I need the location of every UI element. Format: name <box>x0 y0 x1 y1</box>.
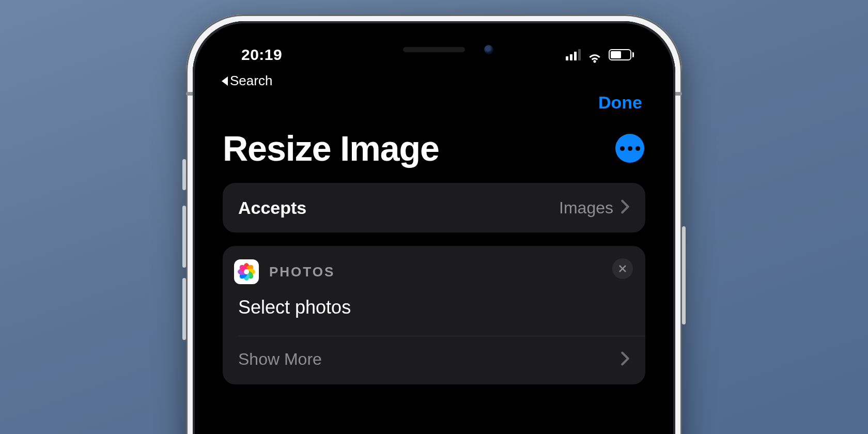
chevron-right-icon <box>621 351 630 368</box>
show-more-label: Show More <box>238 350 322 369</box>
action-block-select-photos: PHOTOS Select photos Show More <box>223 246 645 384</box>
antenna-band <box>186 92 193 96</box>
chevron-right-icon <box>621 199 630 216</box>
show-more-row[interactable]: Show More <box>223 336 645 384</box>
power-button <box>682 226 686 324</box>
remove-action-button[interactable] <box>612 258 633 279</box>
page-title: Resize Image <box>223 128 439 168</box>
accepts-row[interactable]: Accepts Images <box>223 183 645 233</box>
phone-bezel: 20:19 Search <box>193 21 675 434</box>
accepts-label: Accepts <box>238 198 306 218</box>
screen: 20:19 Search <box>205 34 663 434</box>
action-title[interactable]: Select photos <box>223 287 645 336</box>
speaker-grille <box>403 47 465 52</box>
back-to-app-button[interactable]: Search <box>222 73 272 89</box>
accepts-value: Images <box>559 198 613 218</box>
volume-down-button <box>182 278 186 340</box>
volume-up-button <box>182 206 186 268</box>
phone-frame: 20:19 Search <box>186 14 682 434</box>
close-icon <box>617 264 628 274</box>
wifi-icon <box>587 49 602 60</box>
front-camera <box>484 45 493 54</box>
action-app-label: PHOTOS <box>269 264 335 280</box>
photos-app-icon <box>234 259 259 284</box>
antenna-band <box>675 92 682 96</box>
status-time: 20:19 <box>241 46 282 64</box>
cellular-signal-icon <box>566 49 581 60</box>
ellipsis-icon <box>620 146 640 151</box>
more-options-button[interactable] <box>615 134 644 163</box>
mute-switch <box>182 159 186 190</box>
back-triangle-icon <box>222 76 228 86</box>
notch <box>323 34 545 66</box>
battery-icon <box>609 49 634 60</box>
done-button[interactable]: Done <box>598 92 642 113</box>
back-label: Search <box>230 73 272 89</box>
